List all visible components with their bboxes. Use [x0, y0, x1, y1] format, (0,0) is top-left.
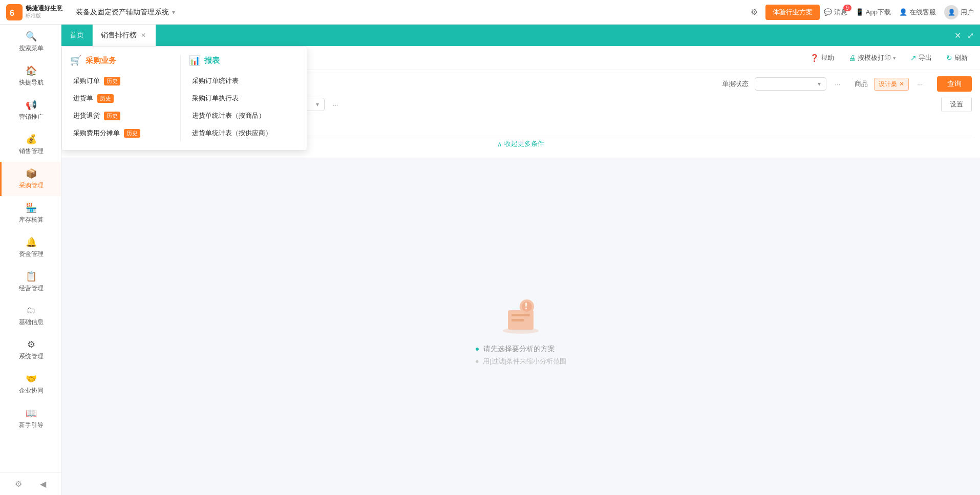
- order-status-select[interactable]: ▾: [755, 77, 826, 91]
- menu-col-purchase: 🛒 采购业务 采购订单 历史 进货单 历史 进货退货 历史: [70, 55, 180, 142]
- sidebar-item-basic[interactable]: 🗂 基础信息: [0, 299, 61, 333]
- menu-item-return[interactable]: 进货退货 历史: [70, 107, 180, 124]
- marketing-icon: 📢: [26, 99, 37, 111]
- sidebar-item-search[interactable]: 🔍 搜索菜单: [0, 25, 61, 59]
- goods-tag-value: 设计桑: [879, 80, 897, 89]
- sidebar-item-inventory[interactable]: 🏪 库存核算: [0, 196, 61, 230]
- system-name-text: 装备及固定资产辅助管理系统: [76, 8, 169, 17]
- menu-item-incoming[interactable]: 进货单 历史: [70, 90, 180, 107]
- tab-close-window-icon[interactable]: ✕: [952, 29, 963, 42]
- sidebar-item-finance[interactable]: 🔔 资金管理: [0, 230, 61, 265]
- help-btn[interactable]: ❓ 帮助: [806, 51, 838, 64]
- sidebar-item-marketing[interactable]: 📢 营销推广: [0, 93, 61, 127]
- salesperson-more[interactable]: ···: [331, 99, 340, 111]
- menu-item-order-exec[interactable]: 采购订单执行表: [189, 90, 299, 107]
- online-service-btn[interactable]: 👤 在线客服: [899, 8, 936, 17]
- refresh-btn[interactable]: ↻ 刷新: [942, 51, 972, 64]
- export-label: 导出: [919, 53, 932, 62]
- system-icon: ⚙: [27, 339, 35, 350]
- return-label: 进货退货: [73, 111, 100, 120]
- sidebar-label-operation: 经营管理: [19, 284, 44, 293]
- top-bar: 6 畅捷通好生意 标准版 装备及固定资产辅助管理系统 ▾ ⚙ 体验行业方案 💬 …: [0, 0, 980, 25]
- sidebar-item-sales[interactable]: 💰 销售管理: [0, 127, 61, 162]
- incoming-label: 进货单: [73, 94, 93, 103]
- sidebar-label-marketing: 营销推广: [19, 113, 44, 121]
- sidebar-item-system[interactable]: ⚙ 系统管理: [0, 333, 61, 367]
- menu-item-purchase-order[interactable]: 采购订单 历史: [70, 72, 180, 90]
- tab-close-icon[interactable]: ✕: [140, 31, 147, 40]
- industry-btn[interactable]: 体验行业方案: [765, 5, 820, 20]
- app-download-btn[interactable]: 📱 App下载: [856, 8, 891, 17]
- logo-main-text: 畅捷通好生意: [26, 5, 62, 12]
- sidebar-label-sales: 销售管理: [19, 147, 44, 156]
- print-label: 按模板打印: [858, 53, 891, 62]
- help-label: 帮助: [821, 53, 834, 62]
- tab-sales-ranking[interactable]: 销售排行榜 ✕: [93, 25, 156, 46]
- goods-label: 商品: [855, 79, 868, 89]
- set-btn[interactable]: 设置: [941, 97, 972, 112]
- purchase-order-label: 采购订单: [73, 76, 100, 85]
- purchase-icon: 📦: [26, 168, 37, 179]
- expense-label: 采购费用分摊单: [73, 128, 120, 138]
- operation-icon: 📋: [26, 271, 37, 282]
- menu-item-expense[interactable]: 采购费用分摊单 历史: [70, 124, 180, 142]
- sidebar-label-quick: 快捷导航: [19, 78, 44, 87]
- print-icon: 🖨: [848, 54, 856, 62]
- export-btn[interactable]: ↗ 导出: [906, 51, 936, 64]
- sidebar-settings-icon[interactable]: ⚙: [15, 479, 22, 489]
- purchase-order-badge: 历史: [104, 77, 120, 85]
- user-btn[interactable]: 👤 用户: [944, 5, 974, 19]
- goods-tag-close[interactable]: ✕: [899, 80, 904, 88]
- sidebar-label-inventory: 库存核算: [19, 216, 44, 224]
- tab-sales-ranking-label: 销售排行榜: [101, 31, 137, 40]
- sidebar-label-guide: 新手引导: [19, 421, 44, 429]
- tab-home-label: 首页: [70, 31, 84, 40]
- sidebar: 🔍 搜索菜单 🏠 快捷导航 📢 营销推广 💰 销售管理 📦 采购管理 🏪 库存核…: [0, 25, 61, 495]
- sidebar-item-operation[interactable]: 📋 经营管理: [0, 265, 61, 299]
- query-btn[interactable]: 查询: [937, 76, 972, 92]
- empty-illustration: [495, 287, 546, 338]
- content-area: 首页 销售排行榜 ✕ ✕ ⤢ ❓ 帮助 🖨 按模板打印: [61, 25, 980, 495]
- menu-item-order-stat[interactable]: 采购订单统计表: [189, 72, 299, 90]
- tab-maximize-icon[interactable]: ⤢: [965, 29, 976, 42]
- order-exec-label: 采购订单执行表: [192, 94, 239, 103]
- order-status-more[interactable]: ···: [833, 78, 842, 90]
- main-layout: 🔍 搜索菜单 🏠 快捷导航 📢 营销推广 💰 销售管理 📦 采购管理 🏪 库存核…: [0, 25, 980, 495]
- sidebar-label-finance: 资金管理: [19, 250, 44, 259]
- menu-purchase-header: 🛒 采购业务: [70, 55, 180, 66]
- order-status-label: 单据状态: [722, 79, 749, 89]
- menu-report-header: 📊 报表: [189, 55, 299, 66]
- order-status-arrow: ▾: [818, 80, 821, 88]
- svg-rect-4: [512, 319, 524, 321]
- finance-icon: 🔔: [26, 236, 37, 248]
- sidebar-collapse-icon[interactable]: ◀: [40, 479, 46, 489]
- tab-spacer: [156, 25, 948, 46]
- menu-item-incoming-stat-supplier[interactable]: 进货单统计表（按供应商）: [189, 124, 299, 142]
- tab-home[interactable]: 首页: [61, 25, 93, 46]
- tab-right-actions: ✕ ⤢: [948, 25, 980, 46]
- sidebar-bottom: ⚙ ◀: [0, 472, 61, 495]
- collapse-up-icon: ∧: [497, 140, 502, 148]
- sidebar-item-guide[interactable]: 📖 新手引导: [0, 401, 61, 436]
- message-btn[interactable]: 💬 消息 9: [824, 8, 847, 17]
- menu-col-report: 📊 报表 采购订单统计表 采购订单执行表 进货单统计表（按商品） 进货单统计表（…: [180, 55, 299, 142]
- sidebar-item-enterprise[interactable]: 🤝 企业协同: [0, 367, 61, 401]
- menu-item-incoming-stat-goods[interactable]: 进货单统计表（按商品）: [189, 107, 299, 124]
- sidebar-label-system: 系统管理: [19, 352, 44, 361]
- settings-icon-btn[interactable]: ⚙: [747, 5, 761, 19]
- logo-area: 6 畅捷通好生意 标准版: [6, 4, 68, 20]
- sidebar-item-quick[interactable]: 🏠 快捷导航: [0, 59, 61, 93]
- sidebar-item-purchase[interactable]: 📦 采购管理: [0, 162, 61, 196]
- sidebar-label-purchase: 采购管理: [19, 181, 44, 190]
- system-dropdown-arrow[interactable]: ▾: [172, 9, 175, 16]
- return-badge: 历史: [104, 112, 120, 120]
- sales-icon: 💰: [26, 134, 37, 145]
- logo-text-area: 畅捷通好生意 标准版: [26, 5, 62, 19]
- report-header-label: 报表: [204, 56, 220, 66]
- collapse-label: 收起更多条件: [504, 139, 544, 148]
- print-dropdown-icon[interactable]: ▾: [893, 55, 896, 61]
- refresh-label: 刷新: [954, 53, 968, 62]
- empty-hint1: ● 请先选择要分析的方案: [475, 345, 555, 354]
- print-btn[interactable]: 🖨 按模板打印 ▾: [844, 51, 900, 64]
- goods-more[interactable]: ···: [915, 78, 925, 90]
